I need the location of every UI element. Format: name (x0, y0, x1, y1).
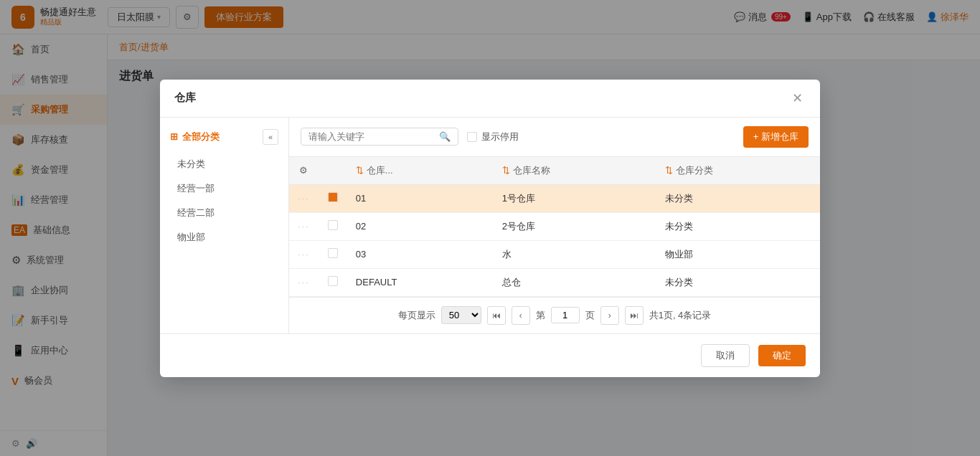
row-checkbox[interactable] (328, 248, 338, 258)
row-category: 未分类 (656, 184, 820, 212)
last-page-button[interactable]: ⏭ (625, 306, 644, 325)
row-name: 总仓 (494, 268, 657, 296)
table-panel: 🔍 显示停用 + 新增仓库 ⚙ (289, 118, 820, 333)
table-row[interactable]: ··· 03 水 物业部 (289, 240, 820, 268)
row-actions-cell[interactable]: ··· (289, 240, 319, 268)
row-name: 2号仓库 (494, 212, 657, 240)
per-page-select[interactable]: 50 100 200 (441, 306, 481, 324)
table-toolbar: 🔍 显示停用 + 新增仓库 (289, 118, 820, 157)
add-warehouse-button[interactable]: + 新增仓库 (743, 126, 809, 148)
row-code: 02 (347, 212, 494, 240)
row-checkbox-cell[interactable] (319, 240, 347, 268)
category-panel: ⊞ 全部分类 « 未分类 经营一部 经营二部 物业部 (160, 118, 289, 333)
row-code: DEFAULT (347, 268, 494, 296)
col-category[interactable]: ⇅仓库分类 (656, 157, 820, 185)
col-checkbox (319, 157, 347, 185)
category-all[interactable]: ⊞ 全部分类 (170, 130, 220, 143)
row-name: 1号仓库 (494, 184, 657, 212)
show-disabled-label: 显示停用 (481, 130, 519, 143)
table-row[interactable]: ··· 02 2号仓库 未分类 (289, 212, 820, 240)
modal-title: 仓库 (174, 91, 196, 105)
confirm-button[interactable]: 确定 (758, 345, 806, 366)
category-all-label: 全部分类 (182, 130, 220, 143)
modal-body: ⊞ 全部分类 « 未分类 经营一部 经营二部 物业部 🔍 (160, 118, 820, 333)
warehouse-table: ⚙ ⇅仓库... ⇅仓库名称 ⇅仓库分类 (289, 157, 820, 297)
warehouse-modal: 仓库 ✕ ⊞ 全部分类 « 未分类 经营一部 经营二部 物业部 (160, 80, 820, 377)
first-page-button[interactable]: ⏮ (487, 306, 506, 325)
row-more-icon[interactable]: ··· (298, 193, 310, 204)
modal-close-button[interactable]: ✕ (788, 90, 806, 107)
table-row[interactable]: ··· DEFAULT 总仓 未分类 (289, 268, 820, 296)
per-page-label: 每页显示 (398, 309, 435, 322)
search-box[interactable]: 🔍 (301, 128, 458, 146)
row-more-icon[interactable]: ··· (298, 249, 310, 260)
row-checkbox-cell[interactable] (319, 212, 347, 240)
category-header: ⊞ 全部分类 « (160, 125, 288, 152)
page-number-input[interactable] (551, 307, 580, 323)
category-item-property[interactable]: 物业部 (160, 225, 288, 250)
page-suffix: 页 (585, 309, 595, 322)
cancel-button[interactable]: 取消 (701, 344, 750, 367)
sort-icon-code: ⇅ (356, 165, 364, 176)
grid-icon: ⊞ (170, 131, 178, 142)
page-label: 第 (536, 309, 545, 322)
search-icon: 🔍 (439, 131, 451, 142)
row-actions-cell[interactable]: ··· (289, 212, 319, 240)
row-checkbox[interactable] (328, 192, 338, 202)
sort-icon-name: ⇅ (502, 165, 510, 176)
row-checkbox-cell[interactable] (319, 184, 347, 212)
col-name[interactable]: ⇅仓库名称 (494, 157, 657, 185)
category-item-unclassified[interactable]: 未分类 (160, 152, 288, 176)
modal-overlay[interactable]: 仓库 ✕ ⊞ 全部分类 « 未分类 经营一部 经营二部 物业部 (0, 0, 980, 456)
row-checkbox[interactable] (328, 220, 338, 230)
collapse-button[interactable]: « (263, 129, 278, 145)
col-settings[interactable]: ⚙ (289, 157, 319, 185)
row-checkbox-cell[interactable] (319, 268, 347, 296)
row-category: 未分类 (656, 212, 820, 240)
modal-footer: 取消 确定 (160, 333, 820, 377)
row-checkbox[interactable] (328, 276, 338, 286)
row-actions-cell[interactable]: ··· (289, 184, 319, 212)
sort-icon-category: ⇅ (665, 165, 673, 176)
show-disabled-checkbox[interactable]: 显示停用 (467, 130, 519, 143)
row-name: 水 (494, 240, 657, 268)
next-page-button[interactable]: › (600, 306, 619, 325)
prev-page-button[interactable]: ‹ (512, 306, 530, 325)
row-code: 03 (347, 240, 494, 268)
table-row[interactable]: ··· 01 1号仓库 未分类 (289, 184, 820, 212)
pagination: 每页显示 50 100 200 ⏮ ‹ 第 页 › ⏭ 共1页, 4条记录 (289, 297, 820, 333)
category-item-ops2[interactable]: 经营二部 (160, 201, 288, 225)
search-input[interactable] (308, 131, 435, 142)
data-table: ⚙ ⇅仓库... ⇅仓库名称 ⇅仓库分类 (289, 157, 820, 297)
row-category: 物业部 (656, 240, 820, 268)
row-actions-cell[interactable]: ··· (289, 268, 319, 296)
disabled-checkbox[interactable] (467, 132, 477, 142)
total-info: 共1页, 4条记录 (649, 309, 712, 322)
modal-header: 仓库 ✕ (160, 80, 820, 118)
row-more-icon[interactable]: ··· (298, 221, 310, 232)
col-code[interactable]: ⇅仓库... (347, 157, 494, 185)
row-more-icon[interactable]: ··· (298, 277, 310, 288)
row-code: 01 (347, 184, 494, 212)
category-item-ops1[interactable]: 经营一部 (160, 176, 288, 201)
row-category: 未分类 (656, 268, 820, 296)
